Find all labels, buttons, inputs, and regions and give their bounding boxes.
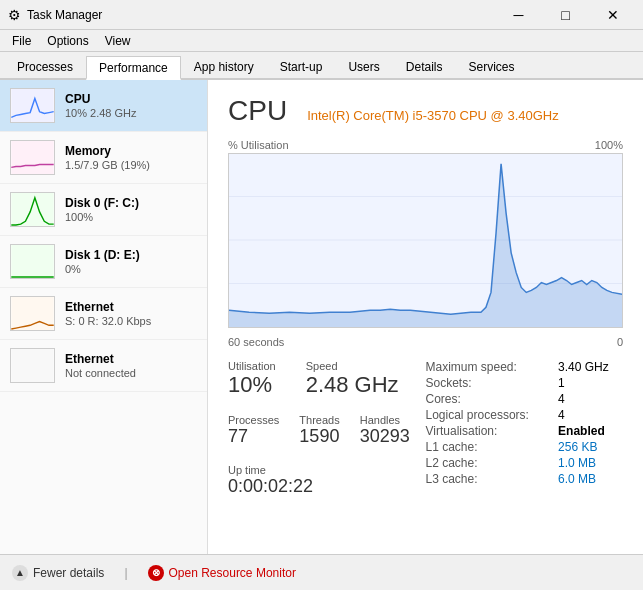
cpu-label: CPU — [65, 92, 197, 106]
detail-title: CPU — [228, 95, 287, 127]
open-monitor-link[interactable]: ⊗ Open Resource Monitor — [148, 565, 296, 581]
tab-users[interactable]: Users — [335, 54, 392, 78]
app-title: Task Manager — [27, 8, 102, 22]
cpu-chart — [228, 153, 623, 328]
detail-subtitle: Intel(R) Core(TM) i5-3570 CPU @ 3.40GHz — [307, 108, 559, 123]
chart-max-label: 100% — [595, 139, 623, 151]
sidebar-item-disk1[interactable]: Disk 1 (D: E:) 0% — [0, 236, 207, 288]
sidebar-item-ethernet1[interactable]: Ethernet S: 0 R: 32.0 Kbps — [0, 288, 207, 340]
chart-time-label: 60 seconds — [228, 336, 284, 348]
detail-header: CPU Intel(R) Core(TM) i5-3570 CPU @ 3.40… — [228, 95, 623, 127]
ethernet1-sidebar-text: Ethernet S: 0 R: 32.0 Kbps — [65, 300, 197, 327]
chart-y-label: % Utilisation — [228, 139, 289, 151]
util-label: Utilisation — [228, 360, 276, 372]
chart-time-right: 0 — [617, 336, 623, 348]
util-value: 10% — [228, 372, 276, 398]
l3-val: 6.0 MB — [558, 472, 623, 486]
processes-stat: Processes 77 — [228, 414, 279, 448]
menu-view[interactable]: View — [97, 32, 139, 50]
svg-rect-5 — [11, 349, 53, 382]
svg-rect-2 — [11, 193, 53, 226]
fewer-details-icon: ▲ — [12, 565, 28, 581]
memory-label: Memory — [65, 144, 197, 158]
title-bar-left: ⚙ Task Manager — [8, 7, 102, 23]
tab-processes[interactable]: Processes — [4, 54, 86, 78]
main-content: CPU 10% 2.48 GHz Memory 1.5/7.9 GB (19%) — [0, 80, 643, 554]
menu-bar: File Options View — [0, 30, 643, 52]
sidebar: CPU 10% 2.48 GHz Memory 1.5/7.9 GB (19%) — [0, 80, 208, 554]
specs-grid: Maximum speed: 3.40 GHz Sockets: 1 Cores… — [426, 360, 624, 486]
disk1-mini-chart — [10, 244, 55, 279]
cpu-mini-chart — [10, 88, 55, 123]
ethernet2-sidebar-text: Ethernet Not connected — [65, 352, 197, 379]
ethernet2-sub: Not connected — [65, 367, 197, 379]
virt-val: Enabled — [558, 424, 623, 438]
procs-value: 77 — [228, 426, 279, 448]
max-speed-val: 3.40 GHz — [558, 360, 623, 374]
uptime-stat: Up time 0:00:02:22 — [228, 464, 426, 498]
svg-rect-3 — [11, 245, 53, 278]
stats-grid: Utilisation 10% Speed 2.48 GHz Processes… — [228, 360, 623, 506]
fewer-details-label: Fewer details — [33, 566, 104, 580]
ethernet2-label: Ethernet — [65, 352, 197, 366]
disk0-sub: 100% — [65, 211, 197, 223]
tab-performance[interactable]: Performance — [86, 56, 181, 80]
sidebar-item-cpu[interactable]: CPU 10% 2.48 GHz — [0, 80, 207, 132]
sidebar-item-ethernet2[interactable]: Ethernet Not connected — [0, 340, 207, 392]
monitor-icon: ⊗ — [148, 565, 164, 581]
disk0-sidebar-text: Disk 0 (F: C:) 100% — [65, 196, 197, 223]
close-button[interactable]: ✕ — [590, 0, 635, 30]
procs-label: Processes — [228, 414, 279, 426]
cpu-sub: 10% 2.48 GHz — [65, 107, 197, 119]
threads-stat: Threads 1590 — [299, 414, 339, 448]
sockets-val: 1 — [558, 376, 623, 390]
detail-panel: CPU Intel(R) Core(TM) i5-3570 CPU @ 3.40… — [208, 80, 643, 554]
logical-val: 4 — [558, 408, 623, 422]
disk0-mini-chart — [10, 192, 55, 227]
speed-value: 2.48 GHz — [306, 372, 399, 398]
bottom-bar: ▲ Fewer details | ⊗ Open Resource Monito… — [0, 554, 643, 590]
sockets-key: Sockets: — [426, 376, 544, 390]
chart-label-bottom: 60 seconds 0 — [228, 336, 623, 348]
memory-mini-chart — [10, 140, 55, 175]
svg-rect-1 — [11, 141, 53, 174]
l1-val: 256 KB — [558, 440, 623, 454]
l2-val: 1.0 MB — [558, 456, 623, 470]
separator: | — [124, 566, 127, 580]
l1-key: L1 cache: — [426, 440, 544, 454]
tab-details[interactable]: Details — [393, 54, 456, 78]
title-bar: ⚙ Task Manager ─ □ ✕ — [0, 0, 643, 30]
menu-file[interactable]: File — [4, 32, 39, 50]
chart-label-top: % Utilisation 100% — [228, 139, 623, 151]
ethernet1-sub: S: 0 R: 32.0 Kbps — [65, 315, 197, 327]
stats-right: Maximum speed: 3.40 GHz Sockets: 1 Cores… — [426, 360, 624, 506]
threads-label: Threads — [299, 414, 339, 426]
open-monitor-label: Open Resource Monitor — [169, 566, 296, 580]
cores-val: 4 — [558, 392, 623, 406]
tab-app-history[interactable]: App history — [181, 54, 267, 78]
disk1-label: Disk 1 (D: E:) — [65, 248, 197, 262]
tab-startup[interactable]: Start-up — [267, 54, 336, 78]
maximize-button[interactable]: □ — [543, 0, 588, 30]
sidebar-item-memory[interactable]: Memory 1.5/7.9 GB (19%) — [0, 132, 207, 184]
minimize-button[interactable]: ─ — [496, 0, 541, 30]
cpu-sidebar-text: CPU 10% 2.48 GHz — [65, 92, 197, 119]
memory-sub: 1.5/7.9 GB (19%) — [65, 159, 197, 171]
handles-value: 30293 — [360, 426, 410, 448]
uptime-label: Up time — [228, 464, 426, 476]
l2-key: L2 cache: — [426, 456, 544, 470]
ethernet1-mini-chart — [10, 296, 55, 331]
memory-sidebar-text: Memory 1.5/7.9 GB (19%) — [65, 144, 197, 171]
stats-left: Utilisation 10% Speed 2.48 GHz Processes… — [228, 360, 426, 506]
utilisation-stat: Utilisation 10% — [228, 360, 276, 398]
tab-services[interactable]: Services — [455, 54, 527, 78]
ethernet1-label: Ethernet — [65, 300, 197, 314]
cores-key: Cores: — [426, 392, 544, 406]
disk1-sidebar-text: Disk 1 (D: E:) 0% — [65, 248, 197, 275]
ethernet2-mini-chart — [10, 348, 55, 383]
fewer-details-link[interactable]: ▲ Fewer details — [12, 565, 104, 581]
sidebar-item-disk0[interactable]: Disk 0 (F: C:) 100% — [0, 184, 207, 236]
window-controls: ─ □ ✕ — [496, 0, 635, 30]
menu-options[interactable]: Options — [39, 32, 96, 50]
uptime-value: 0:00:02:22 — [228, 476, 426, 498]
